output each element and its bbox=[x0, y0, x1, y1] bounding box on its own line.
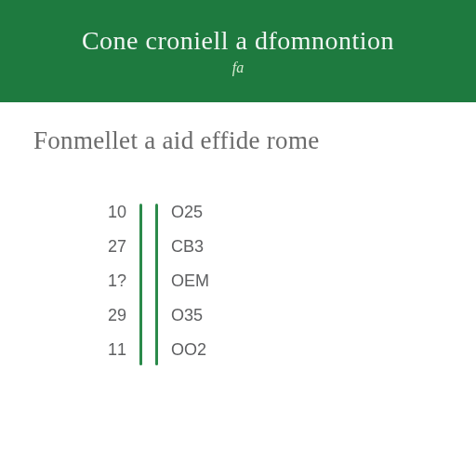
column-right: O25 CB3 OEM O35 OO2 bbox=[158, 204, 209, 365]
header-bar: Cone croniell a dfomnontion fa bbox=[0, 0, 476, 102]
list-item: 27 bbox=[108, 238, 126, 255]
subtitle: Fonmellet a aid effide rome bbox=[33, 126, 450, 155]
content-area: Fonmellet a aid effide rome 10 27 1? 29 … bbox=[0, 102, 476, 365]
list-item: OO2 bbox=[171, 341, 206, 358]
list-item: 1? bbox=[108, 272, 126, 289]
column-left: 10 27 1? 29 11 bbox=[108, 204, 139, 365]
list-item: 10 bbox=[108, 204, 126, 220]
header-subscript: fa bbox=[232, 60, 244, 76]
list-item: O25 bbox=[171, 204, 203, 220]
list-item: 11 bbox=[108, 341, 126, 358]
list-item: O35 bbox=[171, 307, 203, 324]
list-item: OEM bbox=[171, 272, 209, 289]
list-item: 29 bbox=[108, 307, 126, 324]
list-item: CB3 bbox=[171, 238, 204, 255]
header-title: Cone croniell a dfomnontion bbox=[82, 26, 394, 56]
data-table: 10 27 1? 29 11 O25 CB3 OEM O35 OO2 bbox=[108, 204, 450, 365]
